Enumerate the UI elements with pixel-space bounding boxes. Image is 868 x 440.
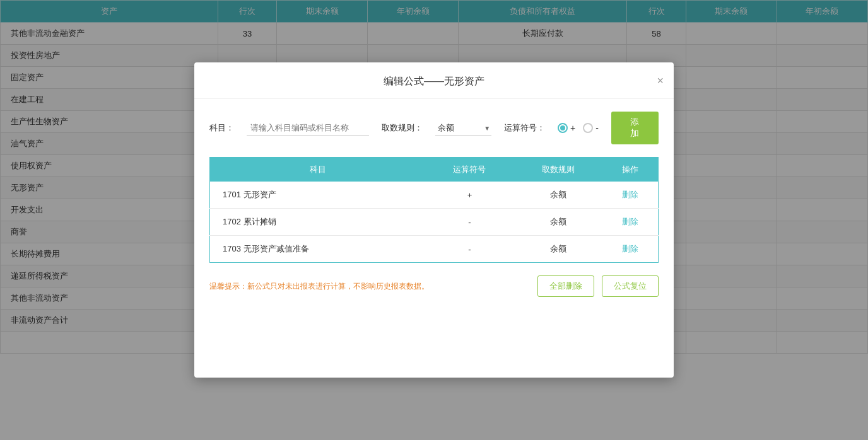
rule-select-wrap: 余额 借方发生额 贷方发生额 ▼ [435,120,491,136]
row2-delete-button[interactable]: 删除 [622,217,638,226]
row1-subject: 1701 无形资产 [210,182,426,209]
modal-overlay: 编辑公式——无形资产 × 科目： 取数规则： 余额 借方发生额 贷方发生额 ▼ … [0,0,868,440]
add-button[interactable]: 添加 [611,112,659,144]
formula-table: 科目 运算符号 取数规则 操作 1701 无形资产 + 余额 删除 [209,157,659,263]
modal-dialog: 编辑公式——无形资产 × 科目： 取数规则： 余额 借方发生额 贷方发生额 ▼ … [194,62,674,378]
row1-operator: + [425,182,514,209]
modal-close-button[interactable]: × [657,75,664,86]
delete-all-button[interactable]: 全部删除 [537,275,594,297]
row3-subject: 1703 无形资产减值准备 [210,236,426,263]
col-operator: 运算符号 [425,158,514,182]
operator-plus-radio[interactable]: + [558,123,575,133]
subject-label: 科目： [209,122,234,134]
rule-label: 取数规则： [382,122,423,134]
row2-subject: 1702 累计摊销 [210,209,426,236]
row3-delete-button[interactable]: 删除 [622,244,638,253]
hint-text: 温馨提示：新公式只对未出报表进行计算，不影响历史报表数据。 [209,281,429,292]
col-action: 操作 [603,158,659,182]
col-subject: 科目 [210,158,426,182]
table-row: 1701 无形资产 + 余额 删除 [210,182,659,209]
subject-input[interactable] [247,120,369,136]
row3-rule: 余额 [514,236,603,263]
table-row: 1703 无形资产减值准备 - 余额 删除 [210,236,659,263]
operator-plus-label: + [570,123,575,133]
col-rule: 取数规则 [514,158,603,182]
radio-circle-plus [558,123,568,133]
table-row: 1702 累计摊销 - 余额 删除 [210,209,659,236]
row2-action: 删除 [603,209,659,236]
footer-buttons: 全部删除 公式复位 [537,275,659,297]
row2-operator: - [425,209,514,236]
modal-title: 编辑公式——无形资产 [384,76,484,86]
operator-minus-label: - [595,123,599,133]
reset-formula-button[interactable]: 公式复位 [602,275,659,297]
row3-action: 删除 [603,236,659,263]
radio-circle-minus [583,123,593,133]
formula-form-row: 科目： 取数规则： 余额 借方发生额 贷方发生额 ▼ 运算符号： + [194,99,674,157]
table-header-row: 科目 运算符号 取数规则 操作 [210,158,659,182]
row1-action: 删除 [603,182,659,209]
row3-operator: - [425,236,514,263]
operator-minus-radio[interactable]: - [583,123,599,133]
operator-label: 运算符号： [504,122,545,134]
modal-header: 编辑公式——无形资产 × [194,62,674,99]
row1-rule: 余额 [514,182,603,209]
operator-radio-group: + - [558,123,599,133]
row1-delete-button[interactable]: 删除 [622,190,638,199]
row2-rule: 余额 [514,209,603,236]
formula-table-wrap: 科目 运算符号 取数规则 操作 1701 无形资产 + 余额 删除 [194,157,674,263]
rule-select[interactable]: 余额 借方发生额 贷方发生额 [435,120,491,136]
modal-footer: 温馨提示：新公式只对未出报表进行计算，不影响历史报表数据。 全部删除 公式复位 [194,263,674,303]
